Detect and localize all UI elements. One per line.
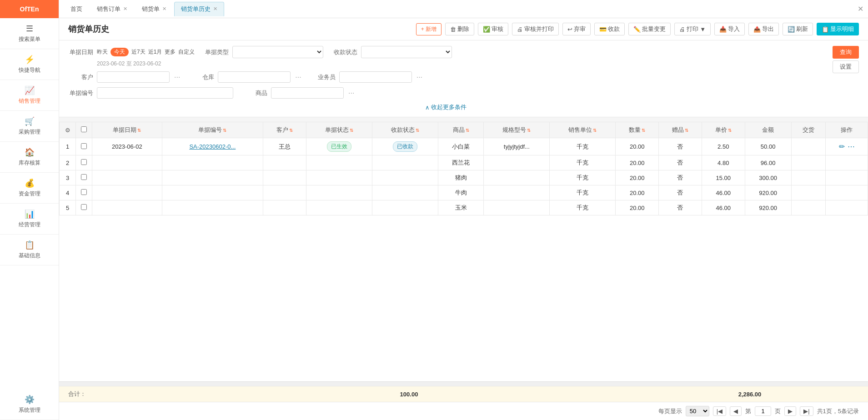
sidebar-item-capital-mgmt[interactable]: 💰 资金管理 xyxy=(0,173,59,204)
row-doc-no[interactable] xyxy=(162,155,263,170)
sidebar-item-purchase-mgmt[interactable]: 🛒 采购管理 xyxy=(0,111,59,142)
delete-button[interactable]: 🗑 删除 xyxy=(445,23,474,35)
filter-customer-input[interactable] xyxy=(97,71,170,83)
sidebar-item-sys-mgmt[interactable]: ⚙️ 系统管理 xyxy=(0,389,59,420)
print-button[interactable]: 🖨 打印 ▼ xyxy=(674,23,711,35)
row-doc-no[interactable] xyxy=(162,200,263,215)
row-action[interactable] xyxy=(826,170,868,185)
per-page-select[interactable]: 50 100 200 xyxy=(686,406,709,416)
filter-doctype-select[interactable] xyxy=(232,46,323,58)
row-doc-no[interactable] xyxy=(162,170,263,185)
col-payment-status[interactable]: 收款状态 ⇅ xyxy=(372,122,438,138)
prev-page-button[interactable]: ◀ xyxy=(730,406,742,416)
tab-sales-order[interactable]: 销售订单 ✕ xyxy=(90,2,134,16)
filter-staff-picker[interactable]: ··· xyxy=(416,73,422,81)
shortcut-custom[interactable]: 自定义 xyxy=(178,48,195,56)
collapse-button[interactable]: ∧ 收起更多条件 xyxy=(425,103,467,111)
audit-button[interactable]: ✅ 审核 xyxy=(478,23,508,35)
row-select-checkbox[interactable] xyxy=(81,143,87,149)
query-button[interactable]: 查询 xyxy=(833,46,859,59)
doc-no-link[interactable]: SA-20230602-0... xyxy=(189,143,236,150)
filter-customer-picker[interactable]: ··· xyxy=(174,73,180,81)
row-action[interactable]: ✏⋯ xyxy=(826,138,868,155)
shortcut-7days[interactable]: 近7天 xyxy=(131,48,146,56)
sort-sales-unit[interactable]: 销售单位 ⇅ xyxy=(568,126,597,134)
window-close-button[interactable]: ✕ xyxy=(858,5,863,13)
filter-warehouse-picker[interactable]: ··· xyxy=(295,73,301,81)
row-doc-no[interactable] xyxy=(162,185,263,200)
sort-quantity[interactable]: 数量 ⇅ xyxy=(629,126,645,134)
settings-button[interactable]: 设置 xyxy=(833,60,859,73)
sort-unit-price[interactable]: 单价 ⇅ xyxy=(715,126,732,134)
sidebar-item-search-menu[interactable]: ☰ 搜索菜单 xyxy=(0,18,59,49)
row-select-checkbox[interactable] xyxy=(81,174,87,180)
shortcut-yesterday[interactable]: 昨天 xyxy=(97,48,108,56)
filter-warehouse-input[interactable] xyxy=(218,71,291,83)
filter-docno-input[interactable] xyxy=(97,87,233,99)
row-select-checkbox[interactable] xyxy=(81,159,87,165)
row-select-checkbox[interactable] xyxy=(81,189,87,195)
shortcut-1month[interactable]: 近1月 xyxy=(148,48,162,56)
audit-print-button[interactable]: 🖨 审核并打印 xyxy=(512,23,559,35)
batch-change-button[interactable]: ✏️ 批量变更 xyxy=(628,23,671,35)
table-scroll-bar[interactable] xyxy=(59,381,868,386)
sort-doc-date[interactable]: 单据日期 ⇅ xyxy=(113,126,141,134)
sort-doc-no[interactable]: 单据编号 ⇅ xyxy=(198,126,226,134)
row-checkbox[interactable] xyxy=(76,185,92,200)
col-sales-unit[interactable]: 销售单位 ⇅ xyxy=(550,122,616,138)
next-page-button[interactable]: ▶ xyxy=(784,406,796,416)
col-doc-date[interactable]: 单据日期 ⇅ xyxy=(92,122,162,138)
shortcut-today[interactable]: 今天 xyxy=(110,48,129,56)
tab-sales-delivery-close[interactable]: ✕ xyxy=(162,6,166,12)
row-checkbox[interactable] xyxy=(76,138,92,155)
import-button[interactable]: 📥 导入 xyxy=(714,23,745,35)
first-page-button[interactable]: |◀ xyxy=(713,406,726,416)
row-action[interactable] xyxy=(826,185,868,200)
filter-product-input[interactable] xyxy=(271,87,344,99)
show-detail-button[interactable]: 📋 显示明细 xyxy=(817,23,859,35)
col-doc-no[interactable]: 单据编号 ⇅ xyxy=(162,122,263,138)
tab-sales-history-close[interactable]: ✕ xyxy=(213,6,217,12)
sidebar-item-sales-mgmt[interactable]: 📈 销售管理 xyxy=(0,80,59,111)
col-spec[interactable]: 规格型号 ⇅ xyxy=(484,122,550,138)
sidebar-item-quick-nav[interactable]: ⚡ 快捷导航 xyxy=(0,49,59,80)
tab-sales-order-close[interactable]: ✕ xyxy=(123,6,127,12)
row-checkbox[interactable] xyxy=(76,170,92,185)
row-action[interactable] xyxy=(826,155,868,170)
new-button[interactable]: + 新增 xyxy=(416,23,442,35)
tab-sales-history[interactable]: 销货单历史 ✕ xyxy=(174,2,224,16)
page-input[interactable] xyxy=(755,406,771,416)
col-product[interactable]: 商品 ⇅ xyxy=(438,122,484,138)
tab-home[interactable]: 首页 xyxy=(64,2,89,16)
collect-button[interactable]: 💳 收款 xyxy=(594,23,625,35)
sidebar-item-ops-mgmt[interactable]: 📊 经营管理 xyxy=(0,204,59,235)
settings-col-icon[interactable]: ⚙ xyxy=(65,127,70,134)
more-action-button[interactable]: ⋯ xyxy=(848,143,855,150)
col-customer[interactable]: 客户 ⇅ xyxy=(263,122,306,138)
col-doc-status[interactable]: 单据状态 ⇅ xyxy=(306,122,372,138)
shortcut-more[interactable]: 更多 xyxy=(165,48,176,56)
refresh-button[interactable]: 🔄 刷新 xyxy=(783,23,813,35)
edit-action-button[interactable]: ✏ xyxy=(839,143,845,150)
sort-payment-status[interactable]: 收款状态 ⇅ xyxy=(391,126,419,134)
export-button[interactable]: 📤 导出 xyxy=(748,23,779,35)
sidebar-item-inventory[interactable]: 🏠 库存核算 xyxy=(0,142,59,173)
sort-product[interactable]: 商品 ⇅ xyxy=(453,126,469,134)
row-action[interactable] xyxy=(826,200,868,215)
filter-staff-input[interactable] xyxy=(339,71,412,83)
filter-payment-select[interactable] xyxy=(361,46,452,58)
row-doc-no[interactable]: SA-20230602-0... xyxy=(162,138,263,155)
col-quantity[interactable]: 数量 ⇅ xyxy=(616,122,659,138)
row-checkbox[interactable] xyxy=(76,155,92,170)
col-gift[interactable]: 赠品 ⇅ xyxy=(659,122,702,138)
sort-customer[interactable]: 客户 ⇅ xyxy=(276,126,293,134)
filter-product-picker[interactable]: ··· xyxy=(348,89,354,97)
row-checkbox[interactable] xyxy=(76,200,92,215)
tab-sales-delivery[interactable]: 销货单 ✕ xyxy=(135,2,173,16)
select-all-checkbox[interactable] xyxy=(81,126,87,132)
sidebar-item-basic-info[interactable]: 📋 基础信息 xyxy=(0,235,59,265)
sort-gift[interactable]: 赠品 ⇅ xyxy=(672,126,688,134)
abandon-button[interactable]: ↩ 弃审 xyxy=(562,23,591,35)
row-select-checkbox[interactable] xyxy=(81,204,87,210)
col-unit-price[interactable]: 单价 ⇅ xyxy=(702,122,745,138)
